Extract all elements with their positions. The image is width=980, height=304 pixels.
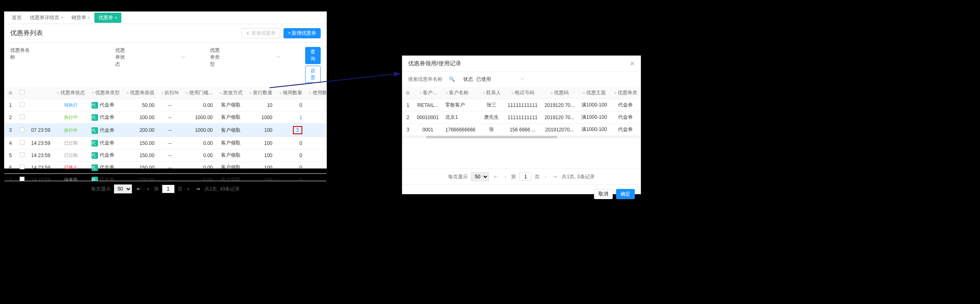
cancel-button[interactable]: 取消	[594, 189, 613, 199]
cell-used: 0	[306, 149, 326, 162]
claimed-link[interactable]: 3	[293, 126, 302, 134]
col-checkbox[interactable]	[16, 87, 28, 99]
table-row[interactable]: 3 07 23:59 执行中 代代金券 200.00 -- 1000.00 客户…	[4, 124, 326, 137]
claimed-link[interactable]: 1	[299, 115, 302, 120]
close-icon[interactable]: ×	[115, 16, 117, 20]
sort-icon: ⇅	[482, 91, 485, 95]
horizontal-scrollbar[interactable]	[402, 136, 641, 138]
settings-button[interactable]: 设置	[305, 66, 321, 83]
table-row[interactable]: 1 待执行 代代金券 50.00 -- 0.00 客户领取 10 0 0 ↗⊞	[4, 99, 326, 111]
close-icon[interactable]: ×	[88, 16, 90, 20]
page-title: 优惠券列表	[10, 29, 43, 38]
cell-claimed: 0	[276, 149, 306, 162]
close-icon[interactable]: ×	[61, 16, 63, 20]
col-gear[interactable]: ⚙	[402, 87, 413, 99]
tab-home[interactable]: 首页	[8, 13, 26, 23]
col-coupon-code[interactable]: ⇅优惠码	[541, 87, 578, 99]
table-row[interactable]: 7 14 23:59 待发布 代代金券 150.00 -- 0.00 客户领取 …	[4, 174, 326, 181]
col-coupon-type[interactable]: ⇅优惠券类	[610, 87, 641, 99]
col-status[interactable]: ⇅优惠券状态	[54, 87, 88, 99]
page-input[interactable]	[519, 173, 531, 181]
cell-checkbox[interactable]	[16, 111, 28, 124]
checkbox[interactable]	[20, 152, 25, 157]
cell-discount: --	[158, 174, 182, 181]
col-discount[interactable]: ⇅折扣%	[158, 87, 182, 99]
tab-sales-order[interactable]: 销货单×	[67, 13, 94, 23]
checkbox[interactable]	[20, 102, 25, 107]
col-customer-code[interactable]: ⇅客户...	[413, 87, 442, 99]
type-select[interactable]: ﹀	[223, 55, 281, 60]
next-page-button[interactable]: ›	[186, 186, 191, 192]
search-input[interactable]	[408, 76, 449, 82]
voucher-icon: 代	[92, 177, 98, 181]
chevron-down-icon: ﹀	[277, 55, 281, 60]
close-icon[interactable]: ✕	[630, 60, 635, 67]
checkbox[interactable]	[20, 114, 25, 119]
cell-discount: --	[158, 99, 182, 111]
last-page-button[interactable]: ⇥	[551, 174, 558, 180]
per-page-label: 每页显示	[91, 186, 111, 193]
coupon-name-input[interactable]	[33, 50, 90, 58]
first-page-button[interactable]: ⇤	[492, 174, 500, 180]
records-table-wrap[interactable]: ⚙ ⇅客户... ⇅客户名称 ⇅联系人 ⇅电话号码 ⇅优惠码 ⇅优惠主题 ⇅优惠…	[402, 87, 641, 169]
cell-checkbox[interactable]	[16, 137, 28, 149]
cell-checkbox[interactable]	[16, 124, 28, 137]
page-size-select[interactable]: 50	[471, 172, 489, 181]
add-coupon-button[interactable]: 新增优惠券	[284, 28, 321, 38]
table-row[interactable]: 1 RETAIL... 零散客户 张三 11111111111 2019120 …	[402, 99, 641, 111]
tab-coupon-detail[interactable]: 优惠券详情页×	[26, 13, 67, 23]
coupon-table-wrap[interactable]: ⚙ ⇅优惠券状态 ⇅优惠券类型 ⇅优惠券面值 ⇅折扣% ⇅使用门槛... ⇅发放…	[4, 87, 326, 181]
checkbox[interactable]	[20, 127, 25, 132]
cell-checkbox[interactable]	[16, 149, 28, 162]
prev-page-button[interactable]: ‹	[146, 186, 151, 192]
cell-coupon-code: 2019120 70...	[541, 99, 578, 111]
last-page-button[interactable]: ⇥	[194, 186, 201, 192]
status-filter[interactable]: 状态 已使用 ﹀	[463, 76, 525, 83]
col-customer-name[interactable]: ⇅客户名称	[442, 87, 479, 99]
table-row[interactable]: 2 00010001 北京1 唐先生 11111111111 2019120 7…	[402, 111, 641, 124]
col-face[interactable]: ⇅优惠券面值	[123, 87, 158, 99]
cell-customer-name: 零散客户	[442, 99, 479, 111]
filter-status[interactable]: 优惠券状态 ﹀	[115, 47, 186, 68]
cell-status: 已过期	[54, 137, 88, 149]
cell-checkbox[interactable]	[16, 174, 28, 181]
cell-coupon-code: 2019120 70...	[541, 111, 578, 124]
query-button[interactable]: 查询	[305, 47, 321, 64]
cell-used: 0	[306, 111, 326, 124]
checkbox[interactable]	[20, 140, 25, 145]
col-contact[interactable]: ⇅联系人	[479, 87, 505, 99]
page-size-select[interactable]: 50	[114, 184, 132, 193]
col-used[interactable]: ⇅使用数量	[306, 87, 326, 99]
sort-icon: ⇅	[583, 91, 585, 95]
cell-checkbox[interactable]	[16, 99, 28, 111]
table-row[interactable]: 4 14 23:59 已过期 代代金券 150.00 -- 0.00 客户领取 …	[4, 137, 326, 149]
checkbox[interactable]	[20, 90, 25, 95]
cell-checkbox[interactable]	[16, 162, 28, 174]
first-page-button[interactable]: ⇤	[135, 186, 143, 192]
col-issue-mode[interactable]: ⇅发放方式	[216, 87, 246, 99]
col-subject[interactable]: ⇅优惠主题	[578, 87, 610, 99]
table-row[interactable]: 6 14 23:59 已终止 代代金券 150.00 -- 0.00 客户领取 …	[4, 162, 326, 174]
tab-coupon[interactable]: 优惠券×	[94, 13, 121, 23]
search-icon[interactable]: 🔍	[449, 76, 455, 82]
col-threshold[interactable]: ⇅使用门槛...	[182, 87, 216, 99]
col-claimed[interactable]: ⇅领用数量	[276, 87, 306, 99]
cell-index: 2	[402, 111, 413, 124]
status-select[interactable]: ﹀	[128, 55, 185, 60]
next-page-button[interactable]: ›	[543, 174, 548, 180]
table-row[interactable]: 2 执行中 代代金券 100.00 -- 1000.00 客户领取 1000 1…	[4, 111, 326, 124]
col-gear[interactable]: ⚙	[4, 87, 16, 99]
page-input[interactable]	[162, 185, 174, 193]
checkbox[interactable]	[20, 164, 25, 169]
table-row[interactable]: 3 0001 17666666666 张 156 6666 ... 201912…	[402, 124, 641, 136]
col-phone[interactable]: ⇅电话号码	[504, 87, 541, 99]
cell-threshold: 1000.00	[182, 111, 216, 124]
status-value: 已使用	[476, 76, 517, 83]
table-row[interactable]: 5 14 23:59 已过期 代代金券 150.00 -- 0.00 客户领取 …	[4, 149, 326, 162]
checkbox[interactable]	[20, 177, 25, 181]
col-type[interactable]: ⇅优惠券类型	[88, 87, 123, 99]
filter-type[interactable]: 优惠券类型 ﹀	[210, 47, 281, 68]
ok-button[interactable]: 确定	[616, 189, 635, 199]
prev-page-button[interactable]: ‹	[503, 174, 508, 180]
col-issue-qty[interactable]: ⇅发行数量	[246, 87, 276, 99]
